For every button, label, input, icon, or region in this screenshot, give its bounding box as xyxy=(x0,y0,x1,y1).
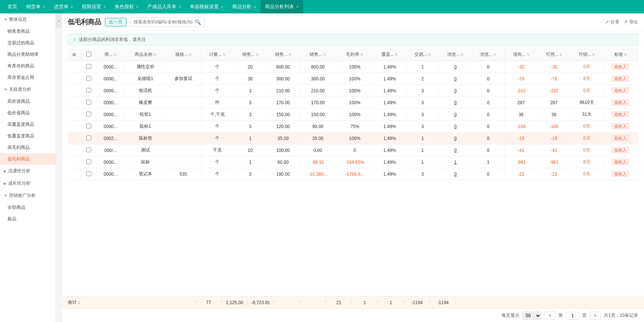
nav-close-template[interactable]: × xyxy=(221,4,223,9)
row-view1[interactable]: 0 xyxy=(439,73,472,85)
row-view1[interactable]: 0 xyxy=(439,109,472,121)
nav-item-template[interactable]: 单据模板设置 × xyxy=(185,0,228,13)
sidebar-group-liquidity[interactable]: ▶ 流通性分析 xyxy=(0,165,55,177)
nav-item-permissions[interactable]: 权限设置 × xyxy=(77,0,110,13)
row-select-checkbox[interactable] xyxy=(86,136,91,140)
row-name: 吴细细1 xyxy=(125,73,166,85)
col-sale-price[interactable]: 销售...⇅ xyxy=(267,48,299,61)
col-spec[interactable]: 规格...⇅ xyxy=(166,48,201,61)
row-sale-price: 120.00 xyxy=(267,121,299,133)
nav-close-sales[interactable]: × xyxy=(43,4,45,9)
row-view1[interactable]: 0 xyxy=(439,97,472,109)
sidebar-group-marketing[interactable]: ▼ 营销推广分析 xyxy=(0,189,55,202)
row-select-checkbox[interactable] xyxy=(86,159,91,164)
nav-item-home[interactable]: 首页 xyxy=(3,0,22,13)
row-view1[interactable]: 0 xyxy=(439,85,472,97)
sidebar-item-high-margin[interactable]: 高毛利商品 xyxy=(0,142,55,153)
row-current-stock: -242 xyxy=(505,85,538,97)
next-page-button[interactable]: ＞ xyxy=(590,311,601,320)
nav-item-sales[interactable]: 销货单 × xyxy=(22,0,49,13)
nav-close-permissions[interactable]: × xyxy=(103,4,106,9)
nav-close-product-entry[interactable]: × xyxy=(179,4,181,9)
row-view2: 0 xyxy=(472,144,504,156)
nav-close-purchase[interactable]: × xyxy=(71,4,73,9)
col-unit[interactable]: 计量...⇅ xyxy=(201,48,234,61)
row-view2: 0 xyxy=(472,109,504,121)
sidebar-item-all-goods[interactable]: 全部商品 xyxy=(0,202,55,213)
nav-close-analysis-list[interactable]: × xyxy=(296,4,298,9)
row-view2: 0 xyxy=(472,168,504,180)
col-coverage[interactable]: 覆盖...⇅ xyxy=(373,48,406,61)
nav-item-purchase[interactable]: 进货单 × xyxy=(49,0,77,13)
row-spec: 535 xyxy=(166,168,201,180)
nav-close-roles[interactable]: × xyxy=(136,4,138,9)
sidebar-item-low-margin[interactable]: 低毛利商品 xyxy=(0,153,55,165)
row-transaction: 3 xyxy=(406,85,439,97)
row-view1[interactable]: 1 xyxy=(439,156,472,168)
row-select-checkbox[interactable] xyxy=(86,147,91,152)
col-code[interactable]: 商...⇅ xyxy=(96,48,125,61)
col-name[interactable]: 商品名称⇅ xyxy=(125,48,166,61)
row-select-checkbox[interactable] xyxy=(86,76,91,81)
col-gross-margin[interactable]: 毛利率⇅ xyxy=(336,48,374,61)
sidebar-item-high-coverage[interactable]: 高覆盖度商品 xyxy=(0,119,55,130)
nav-item-analysis-list[interactable]: 商品分析列表 × xyxy=(260,0,303,13)
col-transaction[interactable]: 交易...⇅ xyxy=(406,48,439,61)
row-select-checkbox[interactable] xyxy=(86,64,91,69)
row-view1[interactable]: 0 xyxy=(439,168,472,180)
data-table-wrapper: ⚙ 商...⇅ 商品名称⇅ 规格...⇅ 计量...⇅ 销售...⇅ 销售...… xyxy=(62,48,644,296)
row-view1[interactable]: 0 xyxy=(439,121,472,133)
search-icon[interactable]: 🔍 xyxy=(195,19,201,25)
page-number-input[interactable] xyxy=(566,312,579,319)
col-view2[interactable]: 浏览...⇅ xyxy=(472,48,504,61)
row-select-checkbox[interactable] xyxy=(86,124,91,128)
sidebar-collapse-button[interactable]: « xyxy=(56,13,62,28)
sidebar-item-category-rate[interactable]: 商品分类助销率 xyxy=(0,49,55,60)
period-button[interactable]: 近一月 xyxy=(105,18,126,26)
sidebar-group-overall[interactable]: ▼ 整体信息 xyxy=(0,13,55,26)
row-sale-price: 210.00 xyxy=(267,85,299,97)
sidebar-item-stock-funds[interactable]: 库存资金占用 xyxy=(0,72,55,83)
page-size-select[interactable]: 50 100 200 xyxy=(522,312,541,320)
sidebar-item-new-goods[interactable]: 新品 xyxy=(0,213,55,225)
sidebar-group-correlation[interactable]: ▼ 关联度分析 xyxy=(0,83,55,96)
col-sale-count[interactable]: 销售...⇅ xyxy=(234,48,266,61)
export-button[interactable]: ↗ 导出 xyxy=(624,19,638,25)
sidebar-item-low-value[interactable]: 低价值商品 xyxy=(0,107,55,119)
row-settings xyxy=(68,73,81,85)
row-select-checkbox[interactable] xyxy=(86,171,91,176)
row-current-stock: -41 xyxy=(505,144,538,156)
col-sellable[interactable]: 可销...⇅ xyxy=(570,48,603,61)
row-available: -242 xyxy=(538,85,570,97)
row-select-checkbox[interactable] xyxy=(86,88,91,93)
sidebar-item-low-coverage[interactable]: 低覆盖度商品 xyxy=(0,130,55,142)
row-unit: 个,千克 xyxy=(201,109,234,121)
select-all-checkbox[interactable] xyxy=(86,52,91,57)
sidebar-item-in-stock[interactable]: 有库存的商品 xyxy=(0,60,55,72)
sidebar-item-high-value[interactable]: 高价值商品 xyxy=(0,96,55,107)
search-input[interactable] xyxy=(134,19,193,25)
row-select-checkbox[interactable] xyxy=(86,112,91,117)
row-view1[interactable]: 0 xyxy=(439,61,472,73)
col-tag[interactable]: 标签⇅ xyxy=(603,48,638,61)
share-button[interactable]: ⤢ 分享 xyxy=(605,19,619,25)
sidebar-item-traded-goods[interactable]: 交易过的商品 xyxy=(0,37,55,49)
nav-close-product-analysis[interactable]: × xyxy=(254,4,256,9)
col-sale-amount[interactable]: 销售...⇅ xyxy=(299,48,336,61)
row-unit: 个 xyxy=(201,121,234,133)
nav-item-roles[interactable]: 角色授权 × xyxy=(110,0,143,13)
sidebar-group-growth[interactable]: ▶ 成长性分析 xyxy=(0,177,55,189)
row-view1[interactable]: 0 xyxy=(439,144,472,156)
prev-page-button[interactable]: ＜ xyxy=(544,311,555,320)
col-settings[interactable]: ⚙ xyxy=(68,48,81,61)
col-current-stock[interactable]: 现有...⇅ xyxy=(505,48,538,61)
col-available[interactable]: 可用...⇅ xyxy=(538,48,570,61)
sidebar-item-sales-goods[interactable]: 销售类商品 xyxy=(0,26,55,37)
nav-item-product-entry[interactable]: 产成品入库单 × xyxy=(143,0,185,13)
row-view1[interactable]: 0 xyxy=(439,133,472,144)
row-sale-count: 3 xyxy=(234,85,266,97)
row-select-checkbox[interactable] xyxy=(86,100,91,105)
nav-item-product-analysis[interactable]: 商品分析 × xyxy=(228,0,260,13)
col-view1[interactable]: 浏览...⇅ xyxy=(439,48,472,61)
footer-sale-count-val: 77 xyxy=(196,300,222,305)
